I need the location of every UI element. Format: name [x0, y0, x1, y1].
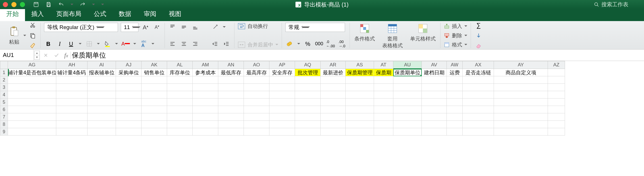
cell[interactable]	[193, 91, 218, 99]
comma-style-button[interactable]: 000	[315, 40, 323, 48]
merge-dropdown[interactable]	[275, 44, 278, 47]
font-name-combo[interactable]: 等线 Regular (正文)	[44, 23, 118, 32]
cell[interactable]	[218, 113, 244, 121]
name-box[interactable]: AU1	[0, 50, 34, 61]
cell[interactable]	[321, 76, 346, 84]
cell[interactable]	[218, 121, 244, 128]
insert-cells-button[interactable]: 插入	[444, 23, 467, 30]
qat-customize-dropdown[interactable]	[101, 4, 104, 7]
cell[interactable]	[447, 121, 463, 128]
cell[interactable]	[346, 84, 374, 91]
cell[interactable]	[8, 128, 56, 136]
cell[interactable]	[422, 128, 447, 136]
cell[interactable]: 最新进价	[321, 69, 346, 76]
cell[interactable]	[374, 128, 393, 136]
cell[interactable]	[269, 84, 295, 91]
name-box-stepper[interactable]: ▲▼	[34, 51, 40, 60]
delete-cells-dropdown[interactable]	[464, 35, 467, 38]
cell[interactable]	[295, 84, 321, 91]
autosave-icon[interactable]	[33, 1, 39, 8]
align-right-button[interactable]	[191, 40, 200, 48]
cell[interactable]	[374, 91, 393, 99]
cell[interactable]	[88, 106, 116, 113]
cell[interactable]	[393, 128, 422, 136]
undo-icon[interactable]	[58, 1, 64, 8]
cell[interactable]	[548, 99, 565, 106]
cell[interactable]	[218, 99, 244, 106]
cell[interactable]	[244, 113, 269, 121]
tab-公式[interactable]: 公式	[88, 7, 113, 21]
cell[interactable]	[56, 84, 88, 91]
formula-input[interactable]: 保质期单位	[71, 51, 106, 60]
cell[interactable]	[393, 99, 422, 106]
cell[interactable]	[548, 84, 565, 91]
cell[interactable]	[346, 106, 374, 113]
cell[interactable]	[56, 76, 88, 84]
cell[interactable]	[8, 84, 56, 91]
cell[interactable]	[374, 99, 393, 106]
column-header[interactable]: AJ	[116, 61, 142, 69]
cell[interactable]	[116, 84, 142, 91]
increase-font-button[interactable]: A▴	[141, 23, 150, 32]
cell[interactable]	[116, 106, 142, 113]
cell[interactable]	[548, 121, 565, 128]
column-header[interactable]: AY	[494, 61, 548, 69]
cell[interactable]	[218, 91, 244, 99]
cell[interactable]	[447, 106, 463, 113]
cell[interactable]	[193, 106, 218, 113]
cell[interactable]	[295, 106, 321, 113]
cell[interactable]	[346, 113, 374, 121]
cell[interactable]	[167, 113, 193, 121]
currency-dropdown[interactable]	[297, 40, 301, 48]
column-header[interactable]: AW	[447, 61, 463, 69]
cut-button[interactable]	[28, 21, 37, 30]
cell[interactable]	[167, 106, 193, 113]
cell[interactable]	[142, 84, 167, 91]
cell[interactable]	[218, 84, 244, 91]
cell[interactable]: 采购单位	[116, 69, 142, 76]
decrease-indent-button[interactable]	[211, 40, 219, 48]
cell[interactable]	[463, 106, 494, 113]
cell[interactable]	[269, 106, 295, 113]
row-header[interactable]: 6	[0, 106, 8, 113]
increase-decimal-button[interactable]: .0←.00	[326, 40, 335, 48]
align-middle-button[interactable]	[180, 23, 188, 31]
cell[interactable]	[167, 99, 193, 106]
cell[interactable]	[193, 99, 218, 106]
cell[interactable]	[295, 113, 321, 121]
save-icon[interactable]	[45, 1, 52, 8]
cell[interactable]: 安全库存	[269, 69, 295, 76]
fx-icon[interactable]: fx	[62, 52, 70, 59]
cell[interactable]	[295, 121, 321, 128]
row-header[interactable]: 7	[0, 113, 8, 121]
cell[interactable]	[167, 121, 193, 128]
cell[interactable]	[56, 113, 88, 121]
cell[interactable]	[244, 128, 269, 136]
column-header[interactable]: AP	[269, 61, 295, 69]
cell[interactable]	[56, 106, 88, 113]
cell[interactable]	[447, 91, 463, 99]
fill-color-dropdown[interactable]	[115, 40, 119, 48]
column-header[interactable]: AZ	[548, 61, 565, 69]
cell[interactable]	[193, 113, 218, 121]
row-header[interactable]: 2	[0, 76, 8, 84]
cell[interactable]: 最低库存	[218, 69, 244, 76]
column-header[interactable]: AN	[218, 61, 244, 69]
cell[interactable]	[116, 76, 142, 84]
cell[interactable]	[88, 128, 116, 136]
cell[interactable]	[56, 128, 88, 136]
currency-button[interactable]	[285, 40, 294, 48]
cell[interactable]: 保质期单位	[393, 69, 422, 76]
cell[interactable]	[494, 113, 548, 121]
cell[interactable]	[8, 99, 56, 106]
cell[interactable]	[548, 113, 565, 121]
cell[interactable]	[116, 99, 142, 106]
cell[interactable]	[494, 106, 548, 113]
column-header[interactable]: AT	[374, 61, 393, 69]
cell[interactable]	[393, 91, 422, 99]
fill-color-button[interactable]	[103, 40, 112, 48]
sheet-search-input[interactable]	[601, 1, 641, 8]
cell[interactable]	[321, 91, 346, 99]
row-header[interactable]: 1	[0, 69, 8, 76]
bold-button[interactable]: B	[44, 40, 53, 48]
